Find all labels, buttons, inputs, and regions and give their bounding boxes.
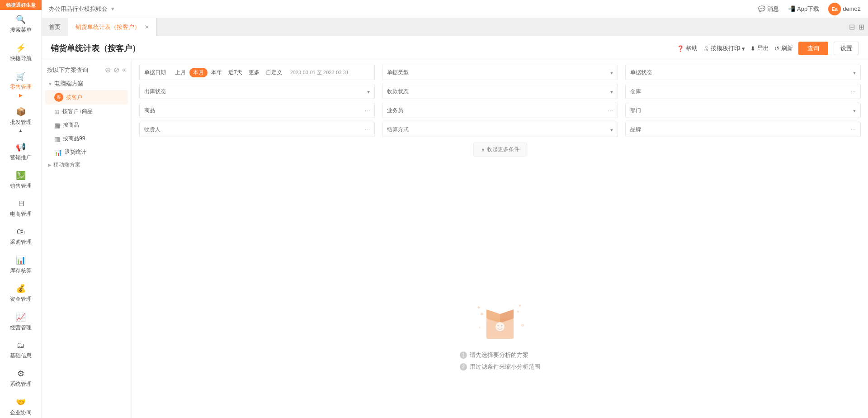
scheme-group-desktop: ▼ 电脑端方案 客 按客户 ⊞ 按客户+商品 ▦ 按商品 — [42, 78, 132, 159]
svg-point-5 — [501, 325, 503, 326]
sidebar-item-ecommerce[interactable]: 🖥 电商管理 — [0, 195, 42, 223]
finance-icon: 💰 — [16, 284, 26, 294]
scheme-group-mobile-header[interactable]: ▶ 移动端方案 — [45, 159, 128, 171]
department-dropdown[interactable] — [853, 107, 856, 114]
tab-sales-stats[interactable]: 销货单统计表（按客户） ✕ — [68, 18, 157, 36]
sales-icon: 💹 — [16, 171, 26, 180]
app-logo: 畅捷通好生意 — [0, 0, 42, 10]
outbound-dropdown[interactable] — [367, 88, 370, 95]
help-icon: ❓ — [677, 45, 684, 52]
sidebar-item-basic[interactable]: 🗂 基础信息 — [0, 336, 42, 364]
inventory-icon: 📊 — [16, 255, 26, 265]
filter-goods: 商品 ··· — [139, 103, 375, 118]
collapse-filters-btn[interactable]: ∧ 收起更多条件 — [473, 142, 527, 157]
scheme-item-by-goods[interactable]: ▦ 按商品 — [45, 119, 128, 132]
table2-icon: ▦ — [54, 135, 60, 142]
tab-minimize-icon[interactable]: ⊟ — [849, 23, 855, 31]
document-status-dropdown[interactable] — [853, 69, 856, 76]
scheme-item-customer-goods[interactable]: ⊞ 按客户+商品 — [45, 105, 128, 118]
filter-settlement: 结算方式 — [382, 122, 618, 137]
grid-icon: ⊞ — [54, 108, 60, 115]
date-range-display: 2023-03-01 至 2023-03-31 — [287, 69, 353, 76]
date-btn-this-year[interactable]: 本年 — [208, 68, 225, 77]
print-btn[interactable]: 🖨 按模板打印 ▾ — [703, 44, 745, 52]
scheme-item-by-customer[interactable]: 客 按客户 — [45, 90, 128, 104]
svg-point-9 — [521, 324, 524, 327]
app-download-btn[interactable]: 📲 App下载 — [788, 5, 819, 13]
date-btn-more[interactable]: 更多 — [246, 68, 262, 77]
filter-row-3: 商品 ··· 业务员 ··· — [139, 103, 861, 118]
sidebar-item-system[interactable]: ⚙ 系统管理 — [0, 364, 42, 393]
scheme-group-mobile: ▶ 移动端方案 — [42, 159, 132, 171]
document-type-dropdown[interactable] — [610, 69, 613, 76]
tab-close-btn[interactable]: ✕ — [145, 24, 149, 30]
customer-icon: 客 — [54, 93, 63, 102]
svg-point-4 — [498, 325, 499, 326]
system-icon: ⚙ — [17, 369, 24, 379]
query-btn[interactable]: 查询 — [798, 42, 828, 55]
scheme-group-desktop-header[interactable]: ▼ 电脑端方案 — [45, 78, 128, 90]
empty-state: ✦ ✦ 1 请先选择要分析的方案 2 用过滤条件来缩小分析范围 — [132, 235, 868, 418]
filter-row-2: 出库状态 收款状态 — [139, 84, 861, 99]
export-icon: ⬇ — [750, 45, 755, 52]
goods-more-btn[interactable]: ··· — [365, 107, 370, 114]
brand-more-btn[interactable]: ··· — [850, 126, 856, 133]
svg-point-6 — [481, 313, 483, 315]
print-dropdown-icon: ▾ — [742, 45, 745, 52]
receiver-more-btn[interactable]: ··· — [365, 126, 370, 133]
date-btn-custom[interactable]: 自定义 — [263, 68, 285, 77]
payment-dropdown[interactable] — [610, 88, 613, 95]
scheme-edit-btn[interactable]: ⊘ — [113, 66, 119, 74]
collapse-icon: ∧ — [481, 147, 485, 153]
scheme-add-btn[interactable]: ⊕ — [105, 66, 111, 74]
avatar: Ea — [828, 3, 841, 15]
wholesale-icon: 📦 — [16, 107, 26, 117]
date-btn-this-month[interactable]: 本月 — [189, 68, 208, 77]
sidebar-item-quick-nav[interactable]: ⚡ 快捷导航 — [0, 38, 42, 67]
filter-payment: 收款状态 — [382, 84, 618, 99]
sidebar-item-purchase[interactable]: 🛍 采购管理 — [0, 223, 42, 251]
sidebar-item-enterprise[interactable]: 🤝 企业协同 — [0, 393, 42, 418]
scheme-panel: 按以下方案查询 ⊕ ⊘ « ▼ 电脑端方案 客 按客户 — [42, 59, 132, 418]
date-btn-last-month[interactable]: 上月 — [172, 68, 189, 77]
message-btn[interactable]: 💬 消息 — [758, 5, 779, 13]
sidebar-item-finance[interactable]: 💰 资金管理 — [0, 279, 42, 308]
scheme-item-returns[interactable]: 📊 退货统计 — [45, 146, 128, 159]
warehouse-more-btn[interactable]: ··· — [850, 88, 856, 95]
empty-illustration: ✦ ✦ — [473, 300, 527, 346]
scheme-item-goods-99[interactable]: ▦ 按商品99 — [45, 132, 128, 145]
refresh-btn[interactable]: ↺ 刷新 — [774, 44, 793, 52]
salesman-more-btn[interactable]: ··· — [608, 107, 613, 114]
sidebar-item-wholesale[interactable]: 📦 批发管理 ▲ — [0, 102, 42, 138]
sidebar-item-inventory[interactable]: 📊 库存核算 — [0, 251, 42, 279]
page-title: 销货单统计表（按客户） — [51, 43, 140, 54]
sidebar-item-operations[interactable]: 📈 经营管理 — [0, 308, 42, 336]
date-btn-7days[interactable]: 近7天 — [226, 68, 245, 77]
svg-text:✦: ✦ — [476, 304, 481, 311]
scheme-collapse-btn[interactable]: « — [122, 66, 126, 74]
company-dropdown-icon[interactable]: ▾ — [111, 5, 114, 12]
sidebar-item-sales[interactable]: 💹 销售管理 — [0, 166, 42, 195]
marketing-icon: 📢 — [16, 142, 26, 152]
settings-btn[interactable]: 设置 — [834, 42, 859, 55]
retail-icon: 🛒 — [16, 71, 26, 81]
chevron-down-icon: ▼ — [48, 81, 52, 86]
table-icon: ▦ — [54, 122, 60, 129]
settlement-dropdown[interactable] — [610, 126, 613, 133]
sidebar-item-retail[interactable]: 🛒 零售管理 ▶ — [0, 67, 42, 102]
filter-outbound: 出库状态 — [139, 84, 375, 99]
topbar: 办公用品行业模拟账套 ▾ 💬 消息 📲 App下载 Ea demo2 — [42, 0, 868, 18]
export-btn[interactable]: ⬇ 导出 — [750, 44, 769, 52]
sidebar-item-search[interactable]: 🔍 搜索菜单 — [0, 10, 42, 38]
operations-icon: 📈 — [16, 312, 26, 322]
sidebar-item-marketing[interactable]: 📢 营销推广 — [0, 138, 42, 166]
basic-icon: 🗂 — [17, 341, 25, 350]
svg-point-3 — [495, 322, 505, 331]
help-btn[interactable]: ❓ 帮助 — [677, 44, 698, 52]
tabbar: 首页 销货单统计表（按客户） ✕ ⊟ ⊞ — [42, 18, 868, 36]
tab-home[interactable]: 首页 — [42, 18, 68, 36]
tab-maximize-icon[interactable]: ⊞ — [859, 23, 864, 31]
user-menu[interactable]: Ea demo2 — [828, 3, 861, 15]
chevron-right-icon: ▶ — [48, 162, 52, 167]
empty-tips: 1 请先选择要分析的方案 2 用过滤条件来缩小分析范围 — [460, 351, 540, 371]
